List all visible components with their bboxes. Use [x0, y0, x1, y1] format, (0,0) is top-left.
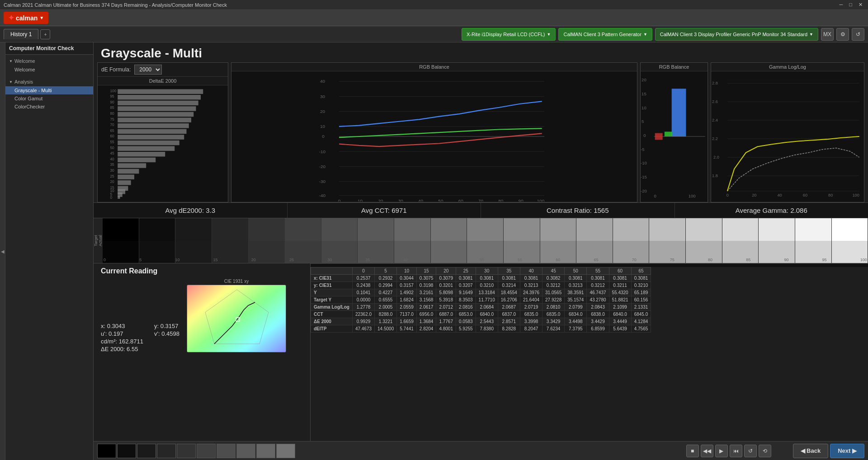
table-cell-label: Y	[311, 289, 353, 296]
table-row: Y0.10410.42271.49023.21615.80989.164913.…	[311, 289, 651, 296]
table-cell: 2.0810	[542, 304, 565, 311]
svg-rect-36	[118, 129, 186, 134]
close-button[interactable]: ✕	[857, 2, 864, 8]
minimize-button[interactable]: ─	[838, 2, 845, 8]
svg-text:-15: -15	[641, 174, 647, 179]
logo-dropdown-arrow[interactable]: ▼	[39, 15, 44, 20]
chart-gamma: Gamma Log/Log 2.8 2.6 2.4	[711, 62, 864, 202]
svg-text:100: 100	[110, 89, 116, 93]
sidebar-item-grayscale[interactable]: Grayscale - Multi	[5, 86, 93, 94]
table-cell: 0.3210	[476, 282, 498, 289]
table-cell: 2.0816	[456, 304, 476, 311]
loop-button[interactable]: ↺	[744, 445, 757, 457]
bottom-swatch-row	[97, 444, 295, 458]
table-cell: 6835.0	[542, 311, 565, 318]
data-table-container[interactable]: 0 5 10 15 20 25 30 35 40 45 50 55	[311, 263, 868, 441]
table-cell: 51.8821	[609, 296, 631, 304]
svg-text:100: 100	[689, 193, 696, 198]
tab-history1[interactable]: History 1	[4, 29, 38, 39]
sidebar-item-welcome[interactable]: Welcome	[5, 66, 93, 74]
chart-rgb-balance: RGB Balance 40	[231, 62, 637, 202]
table-cell: 6887.0	[436, 311, 456, 318]
chart-deltae-svg: 100 95 90 85 80 75 70 65 60 55 50 45 40 …	[98, 85, 228, 199]
svg-text:2.6: 2.6	[712, 99, 718, 104]
sidebar-item-color-gamut[interactable]: Color Gamut	[5, 94, 93, 103]
swatch-thumb-35[interactable]	[236, 444, 255, 458]
table-cell: 0.3044	[397, 275, 417, 282]
swatch-thumb-25[interactable]	[197, 444, 216, 458]
table-cell: 16.2706	[498, 296, 520, 304]
de-formula-select[interactable]: 2000	[134, 65, 162, 75]
table-cell: 6853.0	[456, 311, 476, 318]
svg-text:0: 0	[322, 134, 325, 139]
table-cell-label: y: CIE31	[311, 282, 353, 289]
charts-row: dE Formula: 2000 DeltaE 2000 100 95 90 8…	[94, 62, 868, 202]
swatch-thumb-30[interactable]	[217, 444, 236, 458]
source-button-2[interactable]: CalMAN Client 3 Pattern Generator ▼	[558, 28, 652, 41]
table-cell: 4.8001	[436, 325, 456, 333]
svg-rect-49	[118, 196, 120, 199]
svg-text:75: 75	[110, 117, 114, 122]
swatch-thumb-20[interactable]	[177, 444, 196, 458]
sidebar-section-analysis-title[interactable]: Analysis	[5, 77, 93, 86]
stats-row: Avg dE2000: 3.3 Avg CCT: 6971 Contrast R…	[94, 202, 868, 218]
swatch-x-40: 40	[404, 258, 408, 262]
svg-text:80: 80	[498, 198, 504, 202]
sidebar-item-colorchecker[interactable]: ColorChecker	[5, 103, 93, 111]
stop-button[interactable]: ■	[686, 445, 699, 457]
rewind-button[interactable]: ⏮	[730, 445, 742, 457]
swatch-x-0: 0	[104, 258, 106, 262]
swatch-thumb-15[interactable]	[157, 444, 176, 458]
sidebar-section-analysis: Analysis Grayscale - Multi Color Gamut C…	[5, 75, 93, 113]
table-cell: 0.3079	[436, 275, 456, 282]
sidebar-section-welcome-title[interactable]: Welcome	[5, 56, 93, 66]
next-button[interactable]: Next ▶	[830, 444, 864, 458]
table-cell: 2.0684	[476, 304, 498, 311]
chart-rgb-balance-small: RGB Balance 20 15 10 5 0 -5 -10 -15 -20	[640, 62, 708, 202]
table-cell: 5.3918	[436, 296, 456, 304]
swatch-thumb-45[interactable]	[276, 444, 295, 458]
table-cell: 1.2778	[352, 304, 374, 311]
svg-text:10: 10	[358, 198, 363, 202]
table-cell: 1.3684	[416, 318, 436, 325]
svg-text:5: 5	[642, 119, 644, 124]
sidebar-title: Computer Monitor Check	[9, 45, 74, 52]
table-cell: 46.7437	[587, 289, 609, 296]
source-button-1[interactable]: X-Rite i1Display Retail LCD (CCFL) ▼	[462, 28, 556, 41]
refresh2-button[interactable]: ⟲	[759, 445, 771, 457]
swatch-x-100: 100	[860, 258, 867, 262]
table-cell: 0.3213	[565, 282, 587, 289]
swatch-thumb-40[interactable]	[256, 444, 275, 458]
table-cell-label: x: CIE31	[311, 275, 353, 282]
svg-text:20: 20	[752, 193, 756, 197]
swatch-thumb-0[interactable]	[97, 444, 116, 458]
svg-rect-42	[118, 163, 146, 168]
source-button-3[interactable]: CalMAN Client 3 Display Profiler Generic…	[655, 28, 818, 41]
maximize-button[interactable]: □	[847, 2, 854, 8]
tab-add-button[interactable]: +	[40, 29, 50, 39]
sidebar-collapse-button[interactable]: ◀	[0, 42, 5, 460]
table-cell: 1.6659	[397, 318, 417, 325]
back-button[interactable]: ◀ Back	[793, 444, 829, 458]
svg-rect-29	[118, 89, 203, 94]
pause-button[interactable]: ◀◀	[701, 445, 713, 457]
sidebar: Computer Monitor Check Welcome Welcome A…	[5, 42, 94, 460]
swatch-thumb-5[interactable]	[117, 444, 136, 458]
swatch-x-75: 75	[670, 258, 675, 262]
play-button[interactable]: ▶	[715, 445, 728, 457]
table-cell: 1.6824	[397, 296, 417, 304]
settings-button[interactable]: ⚙	[836, 28, 849, 41]
svg-text:-20: -20	[319, 164, 326, 169]
swatch-x-90: 90	[784, 258, 788, 262]
table-cell: 3.4429	[587, 318, 609, 325]
sidebar-header: Computer Monitor Check	[5, 42, 93, 55]
scrollbar[interactable]	[311, 263, 868, 267]
col-header-10: 10	[397, 268, 417, 275]
refresh-button[interactable]: ↺	[852, 28, 864, 41]
swatch-thumb-10[interactable]	[137, 444, 156, 458]
mix-button[interactable]: MX	[821, 28, 834, 41]
table-cell: 1.3221	[375, 318, 397, 325]
chart-deltae: dE Formula: 2000 DeltaE 2000 100 95 90 8…	[97, 62, 228, 202]
calman-logo[interactable]: ✦ calman ▼	[4, 12, 48, 24]
table-cell: 6835.0	[520, 311, 542, 318]
